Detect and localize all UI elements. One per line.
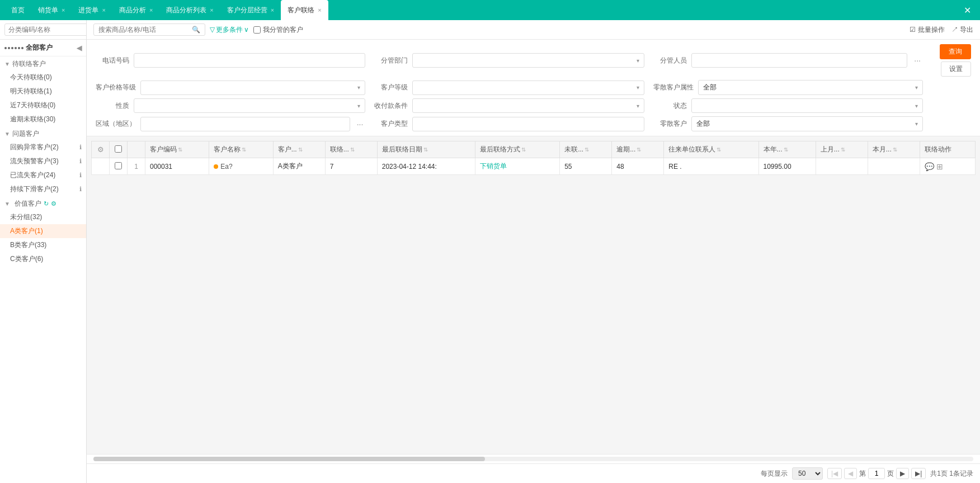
sidebar-item-a-class[interactable]: A类客户(1) [0, 224, 86, 238]
col-partner[interactable]: 往来单位联系人 ⇅ [664, 141, 758, 158]
payment-select[interactable]: ▾ [412, 98, 644, 113]
manager-dots[interactable]: ··· [912, 56, 923, 65]
sidebar: 🔍 全部客户 ◀ ▼ 待联络客户 今天待联络(0) 明天待联络(1) [0, 20, 87, 483]
sidebar-item-tomorrow-contact[interactable]: 明天待联络(1) [0, 84, 86, 98]
nav-customer-segment[interactable]: 客户分层经营 × [220, 0, 281, 20]
horizontal-scrollbar[interactable] [87, 454, 980, 463]
dept-select[interactable]: ▾ [412, 53, 644, 68]
retail-customer-select[interactable]: 全部 ▾ [691, 116, 923, 131]
close-product-analysis[interactable]: × [149, 7, 153, 13]
qrcode-action-btn[interactable]: ⊞ [936, 162, 943, 171]
col-gear: ⚙ [92, 141, 110, 158]
sort-date-icon: ⇅ [423, 146, 428, 153]
filter-right-actions: ☑ 批量操作 ↗ 导出 [910, 25, 973, 35]
last-page-btn[interactable]: ▶| [911, 468, 926, 479]
table-wrapper: ⚙ 客户编码 ⇅ [87, 136, 980, 454]
sidebar-item-overdue-contact[interactable]: 逾期未联络(30) [0, 112, 86, 126]
close-customer-segment[interactable]: × [271, 7, 274, 13]
filter-status: 状态 ▾ [653, 98, 932, 113]
sort-year-icon: ⇅ [784, 146, 788, 153]
col-last-method[interactable]: 最后联络方式 ⇅ [475, 141, 560, 158]
customer-type-input[interactable] [412, 117, 644, 131]
drag-handle [4, 47, 23, 49]
first-page-btn[interactable]: |◀ [827, 468, 842, 479]
row-method-cell: 下销货单 [475, 158, 560, 175]
sidebar-item-loss-warning[interactable]: 流失预警客户(3) ℹ [0, 154, 86, 168]
sidebar-item-b-class[interactable]: B类客户(33) [0, 238, 86, 252]
chat-action-btn[interactable]: 💬 [925, 162, 934, 171]
region-dots[interactable]: ··· [355, 120, 366, 129]
sidebar-collapse-btn[interactable]: ◀ [77, 44, 82, 52]
my-customers-checkbox[interactable] [253, 26, 261, 34]
query-btn[interactable]: 查询 [940, 44, 971, 59]
close-purchase-order[interactable]: × [102, 7, 105, 13]
nav-customer-contact[interactable]: 客户联络 × [281, 0, 328, 20]
sidebar-item-c-class[interactable]: C类客户(6) [0, 252, 86, 266]
phone-input[interactable] [134, 53, 365, 68]
close-product-list[interactable]: × [210, 7, 213, 13]
col-overdue[interactable]: 逾期... ⇅ [612, 141, 664, 158]
nav-home[interactable]: 首页 [4, 0, 31, 20]
last-method-link[interactable]: 下销货单 [480, 162, 507, 170]
col-contact[interactable]: 联络... ⇅ [325, 141, 377, 158]
col-last-month[interactable]: 上月... ⇅ [816, 141, 868, 158]
col-code[interactable]: 客户编码 ⇅ [145, 141, 209, 158]
checkbox-icon: ☑ [910, 26, 916, 34]
settings-btn[interactable]: 设置 [941, 61, 971, 77]
retail-attr-select[interactable]: 全部 ▾ [698, 80, 923, 95]
group-problem-customers[interactable]: ▼ 问题客户 [0, 126, 86, 140]
col-name[interactable]: 客户名称 ⇅ [209, 141, 273, 158]
all-customers-header[interactable]: 全部客户 ◀ [0, 40, 86, 56]
manager-input[interactable] [691, 53, 908, 68]
batch-ops-btn[interactable]: ☑ 批量操作 [910, 25, 944, 35]
close-customer-contact[interactable]: × [318, 7, 321, 13]
status-select[interactable]: ▾ [691, 98, 923, 113]
next-page-btn[interactable]: ▶ [896, 468, 909, 479]
col-last-date[interactable]: 最后联络日期 ⇅ [377, 141, 475, 158]
sidebar-item-declining-customers[interactable]: 持续下滑客户(2) ℹ [0, 182, 86, 196]
nav-product-analysis-list[interactable]: 商品分析列表 × [159, 0, 220, 20]
price-level-select[interactable]: ▾ [140, 80, 365, 95]
col-this-month[interactable]: 本月... ⇅ [868, 141, 920, 158]
col-type[interactable]: 客户... ⇅ [273, 141, 325, 158]
sidebar-search-input[interactable] [4, 23, 87, 36]
region-input[interactable] [140, 117, 350, 131]
col-year-amt[interactable]: 本年... ⇅ [758, 141, 816, 158]
close-sales-order[interactable]: × [62, 7, 65, 13]
col-not-contacted[interactable]: 未联... ⇅ [560, 141, 612, 158]
sidebar-item-unclassified[interactable]: 未分组(32) [0, 210, 86, 224]
info-icon-0: ℹ [79, 144, 82, 151]
scrollbar-thumb[interactable] [93, 457, 485, 461]
sidebar-item-repurchase-abnormal[interactable]: 回购异常客户(2) ℹ [0, 140, 86, 154]
filter-search-input[interactable] [98, 26, 192, 34]
content-area: 🔍 ▽ 更多条件 ∨ 我分管的客户 ☑ 批量操作 ↗ 导出 [87, 20, 980, 483]
pagination-bar: 每页显示 50 100 200 |◀ ◀ 第 页 ▶ ▶| 共1页 1条记录 [87, 463, 980, 483]
status-chevron: ▾ [915, 103, 918, 109]
close-window-btn[interactable]: ✕ [959, 5, 976, 16]
settings-value-icon[interactable]: ⚙ [51, 200, 56, 207]
sidebar-item-lost-customers[interactable]: 已流失客户(24) ℹ [0, 168, 86, 182]
nature-select[interactable]: ▾ [134, 98, 365, 113]
nav-product-analysis[interactable]: 商品分析 × [112, 0, 159, 20]
filter-search-icon[interactable]: 🔍 [192, 26, 200, 34]
nav-sales-order[interactable]: 销货单 × [31, 0, 72, 20]
query-action-btns: 查询 设置 [932, 44, 971, 77]
prev-page-btn[interactable]: ◀ [844, 468, 857, 479]
sidebar-item-7day-contact[interactable]: 近7天待联络(0) [0, 98, 86, 112]
customer-level-select[interactable]: ▾ [412, 80, 644, 95]
sidebar-item-today-contact[interactable]: 今天待联络(0) [0, 70, 86, 84]
group-value-customers[interactable]: ▼ 价值客户 ↻ ⚙ [0, 196, 86, 210]
page-number-input[interactable] [868, 468, 885, 479]
table-gear-icon[interactable]: ⚙ [97, 145, 104, 154]
row-type-cell: A类客户 [273, 158, 325, 175]
select-all-checkbox[interactable] [115, 145, 122, 153]
export-btn[interactable]: ↗ 导出 [951, 25, 973, 35]
nav-purchase-order[interactable]: 进货单 × [72, 0, 112, 20]
group-pending-contact[interactable]: ▼ 待联络客户 [0, 56, 86, 70]
page-size-select[interactable]: 50 100 200 [792, 467, 823, 480]
more-filters-btn[interactable]: ▽ 更多条件 ∨ [210, 25, 249, 35]
refresh-value-icon[interactable]: ↻ [44, 200, 49, 207]
sort-not-contacted-icon: ⇅ [585, 146, 589, 153]
row-checkbox[interactable] [115, 162, 122, 169]
sort-overdue-icon: ⇅ [637, 146, 641, 153]
